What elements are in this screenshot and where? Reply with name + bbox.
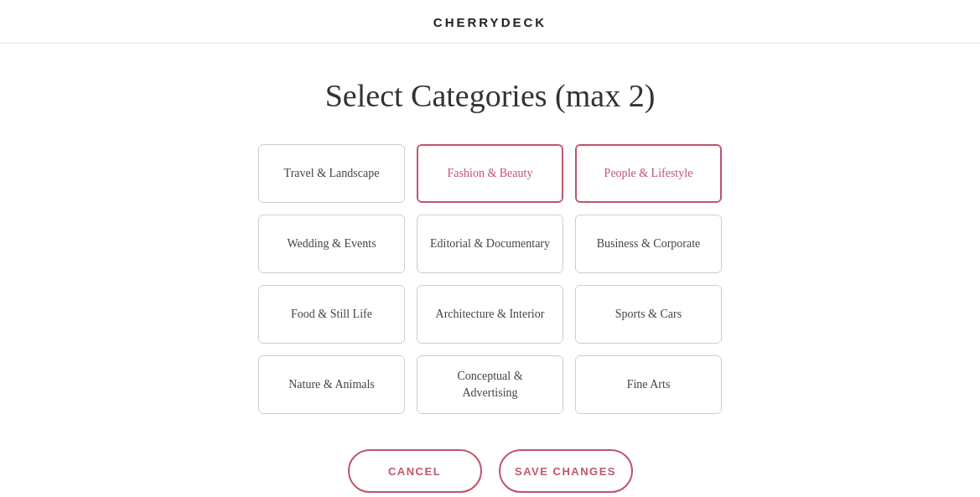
category-btn-editorial-documentary[interactable]: Editorial & Documentary bbox=[417, 215, 563, 273]
category-btn-business-corporate[interactable]: Business & Corporate bbox=[575, 215, 722, 273]
category-btn-conceptual-advertising[interactable]: Conceptual & Advertising bbox=[417, 355, 563, 414]
action-buttons: CANCEL SAVE CHANGES bbox=[348, 449, 633, 493]
category-btn-nature-animals[interactable]: Nature & Animals bbox=[258, 355, 405, 414]
category-btn-wedding-events[interactable]: Wedding & Events bbox=[258, 215, 405, 273]
category-btn-travel-landscape[interactable]: Travel & Landscape bbox=[258, 144, 405, 203]
site-header: CHERRYDECK bbox=[0, 0, 980, 44]
cancel-button[interactable]: CANCEL bbox=[348, 449, 482, 493]
category-btn-fine-arts[interactable]: Fine Arts bbox=[575, 355, 722, 414]
categories-grid: Travel & LandscapeFashion & BeautyPeople… bbox=[258, 144, 722, 414]
category-btn-fashion-beauty[interactable]: Fashion & Beauty bbox=[417, 144, 563, 203]
category-btn-people-lifestyle[interactable]: People & Lifestyle bbox=[575, 144, 722, 203]
page-title: Select Categories (max 2) bbox=[325, 77, 656, 114]
save-button[interactable]: SAVE CHANGES bbox=[499, 449, 633, 493]
category-btn-sports-cars[interactable]: Sports & Cars bbox=[575, 285, 722, 344]
main-content: Select Categories (max 2) Travel & Lands… bbox=[0, 44, 980, 493]
category-btn-architecture-interior[interactable]: Architecture & Interior bbox=[417, 285, 563, 344]
category-btn-food-still-life[interactable]: Food & Still Life bbox=[258, 285, 405, 344]
logo: CHERRYDECK bbox=[433, 15, 547, 29]
